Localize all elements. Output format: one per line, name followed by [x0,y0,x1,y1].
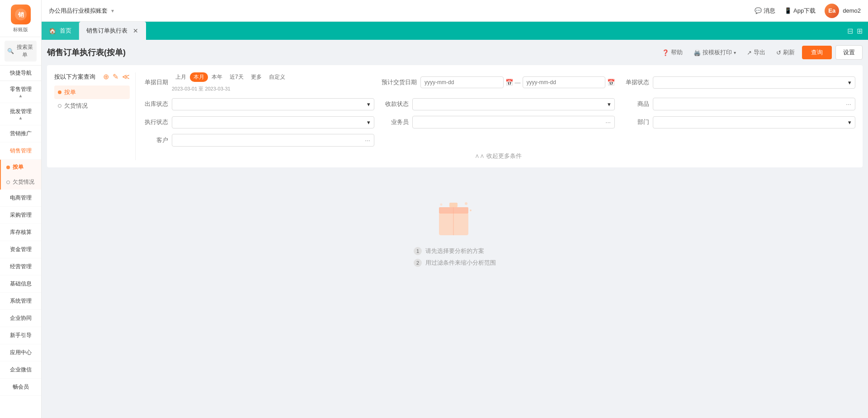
chevron-down-icon: ▾ [848,119,851,126]
exec-status-label: 执行状态 [141,118,168,126]
avatar: Ea [825,4,839,18]
tab-close-icon[interactable]: ✕ [133,27,138,34]
sidebar-logo: 销 标账版 [0,0,41,37]
filter-empty-1 [382,134,615,147]
date-tabs: 上月 本月 本年 近7天 更多 自定义 [172,72,374,82]
scheme-active-dot [58,90,61,94]
query-button[interactable]: 查询 [802,46,832,59]
calendar-icon[interactable]: 📅 [505,79,513,86]
tab-home[interactable]: 🏠 首页 [42,22,79,40]
collapse-filters-button[interactable]: ∧∧ 收起更多条件 [141,152,855,160]
empty-illustration [432,195,477,240]
sidebar-item-system[interactable]: 系统管理 [0,293,41,310]
salesperson-select[interactable]: ··· [412,116,615,128]
add-scheme-icon[interactable]: ⊕ [103,72,109,81]
help-button[interactable]: ❓ 帮助 [658,47,686,58]
message-button[interactable]: 💬 消息 [755,7,775,15]
quick-nav-label: 快捷导航 [0,66,41,81]
date-tab-7days[interactable]: 近7天 [226,72,247,82]
sidebar-item-basic-info[interactable]: 基础信息 [0,276,41,293]
expected-date-end[interactable] [523,76,606,88]
print-button[interactable]: 🖨️ 按模板打印 ▾ [690,47,740,58]
product-select[interactable]: ··· [653,98,855,110]
refresh-icon: ↺ [776,49,781,56]
sidebar-item-newbie[interactable]: 新手引导 [0,327,41,344]
collapse-scheme-icon[interactable]: ≪ [122,72,130,81]
filter-customer: 客户 ··· [141,134,374,147]
sidebar-item-marketing[interactable]: 营销推广 [0,125,41,142]
logo-subtitle: 标账版 [13,26,28,33]
sidebar-item-app-center[interactable]: 应用中心 [0,344,41,361]
sidebar-item-retail[interactable]: 零售管理 ▲ [0,81,41,103]
app-download-button[interactable]: 📱 App下载 [784,7,816,15]
svg-point-7 [440,204,443,206]
date-tab-custom[interactable]: 自定义 [265,72,289,82]
export-button[interactable]: ↗ 导出 [743,47,769,58]
sidebar-nav: 零售管理 ▲ 批发管理 ▲ 营销推广 销售管理 按单 欠货情况 电商管理 [0,81,41,418]
exec-status-select[interactable]: ▾ [172,116,374,128]
search-menu-button[interactable]: 🔍 搜索菜单 [5,41,37,62]
customer-select[interactable]: ··· [172,134,374,147]
tabbar: 🏠 首页 销售订单执行表 ✕ ⊟ ⊞ [42,22,868,40]
sidebar-item-member[interactable]: 畅会员 [0,379,41,396]
scheme-item-by-order[interactable]: 按单 [54,86,130,99]
date-tab-this-month[interactable]: 本月 [190,72,208,82]
settings-button[interactable]: 设置 [835,45,863,60]
more-icon: ··· [365,137,370,144]
topbar: 办公用品行业模拟账套 ▾ 💬 消息 📱 App下载 Ea demo2 [42,0,868,22]
filter-scheme-section: 按以下方案查询 ⊕ ✎ ≪ 按单 欠货情况 [54,72,136,160]
edit-scheme-icon[interactable]: ✎ [113,72,118,81]
sidebar-item-enterprise-wechat[interactable]: 企业微信 [0,361,41,379]
sidebar-sub-item-by-order[interactable]: 按单 [1,160,41,175]
tab-maximize-button[interactable]: ⊞ [857,27,863,35]
app-logo-icon[interactable]: 销 [11,5,31,24]
chevron-icon: ▲ [19,93,23,98]
filter-doc-status: 单据状态 ▾ [622,72,855,92]
calendar-icon-2[interactable]: 📅 [607,79,615,86]
tab-minimize-button[interactable]: ⊟ [847,27,853,35]
date-tab-more[interactable]: 更多 [247,72,265,82]
filter-receipt-status: 收款状态 ▾ [382,98,615,110]
user-profile[interactable]: Ea demo2 [825,4,861,18]
tab-sales-order[interactable]: 销售订单执行表 ✕ [79,22,146,40]
topbar-left: 办公用品行业模拟账套 ▾ [49,7,114,15]
sidebar-sub-item-shortage[interactable]: 欠货情况 [1,175,41,190]
export-icon: ↗ [747,49,752,56]
sidebar-item-inventory[interactable]: 库存核算 [0,224,41,241]
sidebar-item-sales[interactable]: 销售管理 [0,142,41,160]
scheme-item-shortage[interactable]: 欠货情况 [54,99,130,113]
doc-status-select[interactable]: ▾ [653,76,855,89]
filter-grid: 单据日期 上月 本月 本年 近7天 更多 自定义 2023-03-01 至 20… [141,72,855,147]
page-header: 销售订单执行表(按单) ❓ 帮助 🖨️ 按模板打印 ▾ ↗ 导出 ↺ 刷新 [47,45,863,60]
date-tab-last-month[interactable]: 上月 [172,72,190,82]
ship-status-select[interactable]: ▾ [172,98,374,110]
sidebar-search-section: 🔍 搜索菜单 [0,37,41,66]
product-label: 商品 [622,100,649,108]
sidebar-item-operations[interactable]: 经营管理 [0,258,41,276]
receipt-status-label: 收款状态 [382,100,409,108]
empty-box-svg [432,195,477,240]
sidebar-item-wholesale[interactable]: 批发管理 ▲ [0,103,41,125]
chevron-icon: ▲ [19,115,23,120]
filter-doc-date: 单据日期 上月 本月 本年 近7天 更多 自定义 2023-03-01 至 20… [141,72,374,92]
empty-hint-2: 2 用过滤条件来缩小分析范围 [414,259,496,267]
chevron-down-icon: ▾ [608,101,611,108]
filter-salesperson: 业务员 ··· [382,116,615,128]
filter-empty-2 [622,134,855,147]
chevron-down-icon: ▾ [367,119,370,126]
print-arrow-icon: ▾ [734,50,736,55]
topbar-right: 💬 消息 📱 App下载 Ea demo2 [755,4,861,18]
sidebar-item-finance[interactable]: 资金管理 [0,241,41,258]
breadcrumb: 办公用品行业模拟账套 [49,7,108,15]
sidebar-item-purchase[interactable]: 采购管理 [0,207,41,224]
page-content: 销售订单执行表(按单) ❓ 帮助 🖨️ 按模板打印 ▾ ↗ 导出 ↺ 刷新 [42,40,868,418]
svg-point-5 [465,202,467,205]
receipt-status-select[interactable]: ▾ [412,98,615,110]
refresh-button[interactable]: ↺ 刷新 [773,47,798,58]
department-select[interactable]: ▾ [653,116,855,128]
sidebar-item-ecommerce[interactable]: 电商管理 [0,190,41,207]
date-tab-this-year[interactable]: 本年 [208,72,226,82]
sidebar-item-enterprise[interactable]: 企业协同 [0,310,41,327]
more-icon: ··· [605,119,611,126]
expected-date-start[interactable] [420,76,504,88]
